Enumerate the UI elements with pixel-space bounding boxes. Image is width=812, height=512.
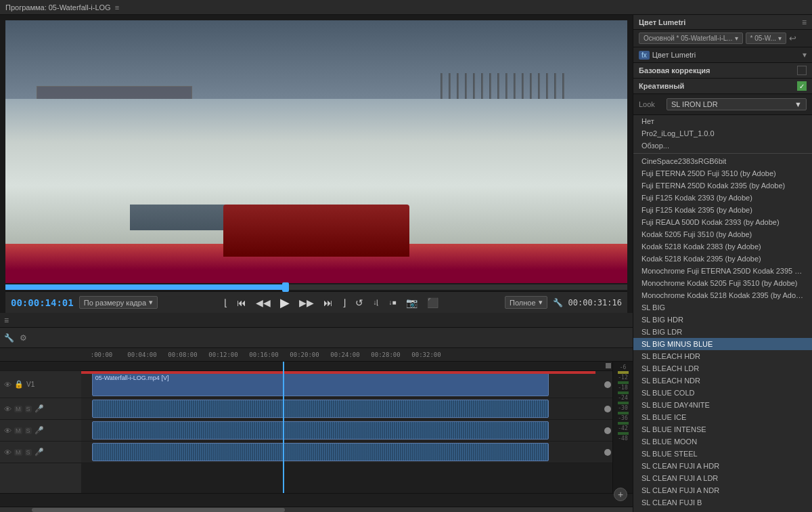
vu-label-0: -6 [620,364,627,370]
look-item-sl-clean-fuji-a-ndr[interactable]: SL CLEAN FUJI A NDR [633,484,812,496]
look-item-fuji-reala[interactable]: Fuji REALA 500D Kodak 2393 (by Adobe) [633,216,812,228]
clip-selector-2[interactable]: * 05-W... ▾ [746,33,786,44]
timeline-menu-icon[interactable]: ≡ [4,316,9,325]
look-item-sl-clean-fuji-b-soft[interactable]: SL CLEAN FUJI B SOFT [633,509,812,512]
look-item-sl-bleach-ndr[interactable]: SL BLEACH NDR [633,375,812,387]
audio-clip-a3[interactable] [92,443,549,461]
loop-button[interactable]: ↺ [353,296,366,310]
look-item-kodak-5205[interactable]: Kodak 5205 Fuji 3510 (by Adobe) [633,228,812,240]
look-item-fuji-f125-2393[interactable]: Fuji F125 Kodak 2393 (by Adobe) [633,192,812,204]
look-dropdown-list[interactable]: Нет Pro2_iLog_LUT_1.0.0 Обзор... CineSpa… [633,115,812,512]
timeline-ruler: :00:00 00:04:00 00:08:00 00:12:00 00:16:… [0,348,633,362]
look-item-sl-clean-fuji-b[interactable]: SL CLEAN FUJI B [633,496,812,509]
look-item-sl-big-ldr[interactable]: SL BIG LDR [633,326,812,338]
s-btn-a3[interactable]: S [25,449,32,456]
look-dropdown[interactable]: SL IRON LDR ▼ [667,98,807,110]
look-item-kodak-5218-2383[interactable]: Kodak 5218 Kodak 2383 (by Adobe) [633,240,812,253]
end-marker-top [606,363,611,368]
add-track-button[interactable]: + [614,488,627,501]
look-item-browse[interactable]: Обзор... [633,140,812,152]
wrench-icon[interactable]: 🔧 [553,298,563,307]
vu-bar-4 [618,412,629,414]
track-header-a2: 👁 M S 🎤 [0,420,81,442]
look-item-sl-bleach-hdr[interactable]: SL BLEACH HDR [633,350,812,362]
tool-icon-2[interactable]: ⚙ [20,333,27,343]
look-item-none[interactable]: Нет [633,115,812,127]
audio-clip-a2[interactable] [92,421,549,440]
look-item-cine[interactable]: CineSpace2383sRGB6bit [633,155,812,167]
look-item-fuji-eterna-kodak[interactable]: Fuji ETERNA 250D Kodak 2395 (by Adobe) [633,179,812,192]
look-item-sl-blue-moon[interactable]: SL BLUE MOON [633,435,812,448]
camera-button[interactable]: 📷 [403,296,420,310]
look-item-sl-big-hdr[interactable]: SL BIG HDR [633,314,812,326]
current-timecode: 00:00:14:01 [11,297,74,308]
video-clip-v1[interactable]: 05-Waterfall-i-LOG.mp4 [V] [92,372,549,396]
program-menu-icon[interactable]: ≡ [115,3,119,12]
audio-clip-a1[interactable] [92,400,549,418]
look-item-sl-blue-steel[interactable]: SL BLUE STEEL [633,448,812,460]
left-panel: 00:00:14:01 По размеру кадра ▾ ⌊ ⏮ ◀◀ ▶ … [0,15,633,512]
basic-correction-checkbox[interactable] [797,66,807,75]
look-selected-value: SL IRON LDR [671,100,718,108]
tool-icon-1[interactable]: 🔧 [4,333,14,343]
lumetri-menu-icon[interactable]: ≡ [802,18,807,27]
eye-icon-v1[interactable]: 👁 [4,381,12,389]
look-item-sl-clean-fuji-a-hdr[interactable]: SL CLEAN FUJI A HDR [633,460,812,472]
look-item-fuji-eterna-fuji[interactable]: Fuji ETERNA 250D Fuji 3510 (by Adobe) [633,167,812,179]
vu-label-3: -24 [618,395,627,401]
overwrite-button[interactable]: ↓■ [386,297,399,307]
playback-progress-bar[interactable] [5,284,627,290]
step-forward-button[interactable]: ⏭ [321,296,336,310]
look-item-mono-fuji[interactable]: Monochrome Fuji ETERNA 250D Kodak 2395 (… [633,265,812,277]
progress-handle[interactable] [282,282,289,292]
play-button[interactable]: ▶ [277,294,292,312]
end-marker-v1 [604,381,611,388]
look-item-kodak-5218-2395[interactable]: Kodak 5218 Kodak 2395 (by Adobe) [633,253,812,265]
basic-correction-header[interactable]: Базовая коррекция [633,63,812,79]
vu-label-7: -48 [618,435,627,442]
clip-selector-1[interactable]: Основной * 05-Waterfall-i-L... ▾ [639,33,743,44]
look-item-sl-blue-intense[interactable]: SL BLUE INTENSE [633,423,812,435]
s-btn-a2[interactable]: S [25,427,32,434]
quality-dropdown[interactable]: Полное ▾ [505,296,547,309]
look-item-sl-blue-cold[interactable]: SL BLUE COLD [633,387,812,399]
insert-button[interactable]: ↓⌊ [370,297,382,307]
reset-button[interactable]: ↩ [789,33,796,44]
look-item-pro2[interactable]: Pro2_iLog_LUT_1.0.0 [633,127,812,140]
rewind-button[interactable]: ◀◀ [253,296,273,310]
eye-icon-a2[interactable]: 👁 [4,427,12,435]
audio-lane-a2 [81,420,612,442]
fx-expand-arrow[interactable]: ▾ [803,50,807,60]
look-item-fuji-f125-2395[interactable]: Fuji F125 Kodak 2395 (by Adobe) [633,204,812,216]
lumetri-title: Цвет Lumetri [639,18,798,26]
lock-icon-v1[interactable]: 🔒 [14,380,24,389]
fit-dropdown[interactable]: По размеру кадра ▾ [79,296,158,309]
mark-in-button[interactable]: ⌊ [221,296,230,310]
creative-checkbox[interactable]: ✓ [797,81,807,91]
look-item-mono-kodak-5205[interactable]: Monochrome Kodak 5205 Fuji 3510 (by Adob… [633,277,812,289]
step-back-button[interactable]: ⏮ [234,296,249,310]
creative-header[interactable]: Креативный ✓ [633,79,812,94]
look-item-sl-blue-ice[interactable]: SL BLUE ICE [633,411,812,423]
program-monitor: 00:00:14:01 По размеру кадра ▾ ⌊ ⏮ ◀◀ ▶ … [0,15,633,313]
eye-icon-a3[interactable]: 👁 [4,448,12,456]
eye-icon-a1[interactable]: 👁 [4,405,12,413]
look-item-mono-kodak-5218[interactable]: Monochrome Kodak 5218 Kodak 2395 (by Ado… [633,289,812,301]
m-btn-a1[interactable]: M [14,406,22,412]
mark-out-button[interactable]: ⌋ [340,296,348,310]
look-item-sl-blue-day4nite[interactable]: SL BLUE DAY4NITE [633,399,812,411]
look-item-sl-bleach-ldr[interactable]: SL BLEACH LDR [633,362,812,375]
export-button[interactable]: ⬛ [424,296,441,310]
m-btn-a3[interactable]: M [14,449,22,456]
look-item-sl-clean-fuji-a-ldr[interactable]: SL CLEAN FUJI A LDR [633,472,812,484]
scrollbar-thumb[interactable] [32,508,285,512]
s-btn-a1[interactable]: S [25,406,32,412]
fast-forward-button[interactable]: ▶▶ [296,296,317,310]
vu-bar-3 [618,402,629,404]
playhead[interactable] [283,362,284,493]
timeline-scrollbar[interactable] [0,507,633,512]
look-item-sl-big-minus-blue[interactable]: SL BIG MINUS BLUE [633,338,812,350]
look-item-sl-big[interactable]: SL BIG [633,301,812,314]
m-btn-a2[interactable]: M [14,427,22,434]
clip-selector-2-label: * 05-W... [750,35,776,42]
